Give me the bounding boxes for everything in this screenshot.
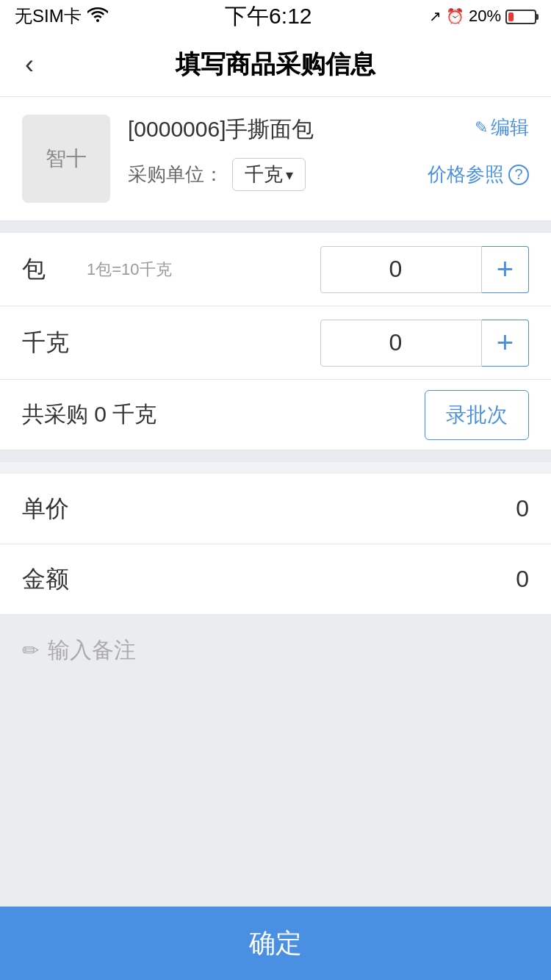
- alarm-icon: ⏰: [446, 7, 464, 25]
- back-icon: ‹: [25, 49, 34, 80]
- record-batch-button[interactable]: 录批次: [425, 390, 529, 440]
- amount-row: 金额 0: [0, 544, 551, 615]
- price-ref-label: 价格参照: [428, 162, 504, 187]
- product-title: 手撕面包: [226, 117, 314, 141]
- carrier-text: 无SIM卡: [15, 4, 82, 28]
- battery-icon: [505, 7, 536, 26]
- gps-icon: ↗: [429, 7, 442, 25]
- amount-label: 金额: [22, 563, 69, 596]
- unit-chevron-icon: ▾: [286, 166, 293, 184]
- bao-plus-button[interactable]: +: [482, 246, 529, 293]
- unit-price-row: 单价 0: [0, 474, 551, 544]
- pencil-icon: ✏: [22, 638, 39, 663]
- price-ref-button[interactable]: 价格参照 ?: [428, 162, 529, 187]
- product-image: 智十: [22, 115, 110, 203]
- section-divider-1: [0, 221, 551, 233]
- unit-price-value: 0: [516, 495, 529, 522]
- kg-plus-button[interactable]: +: [482, 320, 529, 367]
- input-section: 包 1包=10千克 + 千克 +: [0, 233, 551, 380]
- kg-input[interactable]: [320, 320, 482, 367]
- price-section: 单价 0 金额 0: [0, 474, 551, 615]
- product-card: 智十 [0000006]手撕面包 ✎ 编辑 采购单位： 千克 ▾ 价格参照 ?: [0, 97, 551, 221]
- unit-select[interactable]: 千克 ▾: [232, 158, 306, 191]
- bao-label: 包: [22, 253, 81, 286]
- product-top-row: [0000006]手撕面包 ✎ 编辑: [128, 115, 529, 145]
- purchase-unit-row: 采购单位： 千克 ▾ 价格参照 ?: [128, 158, 529, 191]
- status-left: 无SIM卡: [15, 4, 108, 28]
- bao-input-right: +: [320, 246, 529, 293]
- wifi-icon: [87, 6, 108, 26]
- product-logo: 智十: [46, 145, 87, 173]
- kg-input-row: 千克 +: [0, 306, 551, 380]
- unit-price-label: 单价: [22, 493, 69, 525]
- status-right: ↗ ⏰ 20%: [429, 7, 536, 26]
- unit-value: 千克: [245, 162, 283, 187]
- battery-percent: 20%: [469, 7, 501, 26]
- product-name: [0000006]手撕面包: [128, 115, 314, 145]
- confirm-button[interactable]: 确定: [0, 907, 551, 980]
- edit-label: 编辑: [491, 115, 529, 140]
- nav-bar: ‹ 填写商品采购信息: [0, 32, 551, 97]
- amount-value: 0: [516, 566, 529, 593]
- edit-icon: ✎: [475, 118, 488, 137]
- unit-label: 采购单位：: [128, 162, 223, 187]
- product-info: [0000006]手撕面包 ✎ 编辑 采购单位： 千克 ▾ 价格参照 ?: [128, 115, 529, 191]
- bao-input[interactable]: [320, 246, 482, 293]
- summary-row: 共采购 0 千克 录批次: [0, 380, 551, 450]
- back-button[interactable]: ‹: [0, 32, 59, 97]
- page-title: 填写商品采购信息: [176, 48, 375, 82]
- content-spacer: [0, 686, 551, 921]
- section-divider-2: [0, 450, 551, 462]
- bao-sublabel: 1包=10千克: [87, 259, 172, 281]
- status-time: 下午6:12: [225, 1, 311, 32]
- status-bar: 无SIM卡 下午6:12 ↗ ⏰ 20%: [0, 0, 551, 32]
- bao-input-row: 包 1包=10千克 +: [0, 233, 551, 306]
- remark-placeholder: 输入备注: [48, 635, 136, 666]
- help-icon: ?: [508, 165, 529, 185]
- product-id: [0000006]: [128, 117, 226, 141]
- edit-button[interactable]: ✎ 编辑: [475, 115, 529, 140]
- kg-input-right: +: [320, 320, 529, 367]
- remark-section[interactable]: ✏ 输入备注: [0, 615, 551, 686]
- summary-text: 共采购 0 千克: [22, 400, 156, 430]
- kg-label: 千克: [22, 327, 81, 359]
